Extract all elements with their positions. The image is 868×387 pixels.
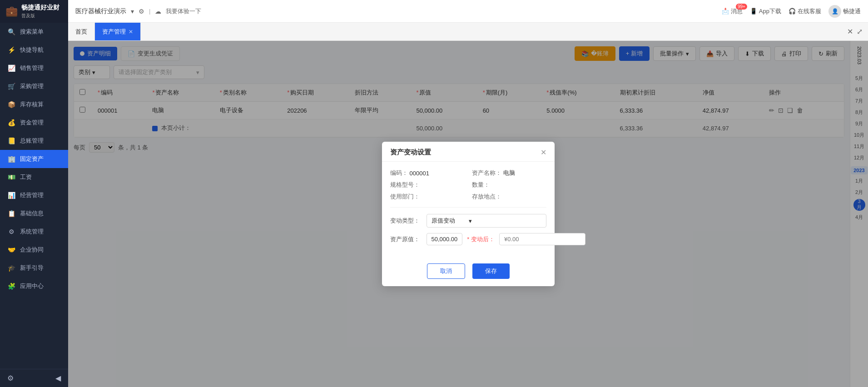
modal-change-type-value: 原值变动 — [432, 217, 455, 225]
sidebar-item-purchase[interactable]: 🛒 采购管理 — [0, 77, 68, 95]
app-icon: 🧩 — [7, 282, 15, 290]
modal-code-field: 编码： 000001 — [390, 169, 465, 177]
modal-location-field: 存放地点： — [472, 193, 546, 201]
modal-cancel-button[interactable]: 取消 — [427, 263, 465, 279]
company-name: 医疗器械行业演示 — [75, 7, 126, 15]
topbar-right: 📩 消息 99+ 📱 App下载 🎧 在线客服 👤 畅捷通 — [722, 5, 861, 18]
sidebar-item-fixed-assets[interactable]: 🏢 固定资产 — [0, 150, 68, 168]
sidebar-item-funds[interactable]: 💰 资金管理 — [0, 114, 68, 132]
sidebar-item-payroll[interactable]: 💵 工资 — [0, 168, 68, 186]
app-download-button[interactable]: 📱 App下载 — [750, 7, 781, 15]
sidebar-item-label: 库存核算 — [20, 100, 44, 109]
settings-gear-icon[interactable]: ⚙ — [139, 8, 144, 15]
online-service-button[interactable]: 🎧 在线客服 — [789, 7, 821, 15]
modal-code-value: 000001 — [410, 170, 429, 177]
collapse-icon[interactable]: ◀ — [55, 374, 61, 382]
sidebar-bottom: ⚙ ◀ — [0, 369, 68, 387]
tab-home[interactable]: 首页 — [68, 23, 95, 40]
modal-name-value: 电脑 — [503, 169, 515, 177]
collab-icon: 🤝 — [7, 246, 15, 254]
modal-dept-label: 使用部门： — [390, 193, 420, 201]
sidebar-item-label: 搜索菜单 — [20, 28, 44, 36]
tab-asset-management[interactable]: 资产管理 ✕ — [95, 23, 141, 40]
sidebar-item-label: 企业协同 — [20, 246, 44, 254]
main-area: 医疗器械行业演示 ▾ ⚙ | ☁ 我要体验一下 📩 消息 99+ 📱 App下载… — [68, 0, 868, 387]
tabbar-controls: ✕ ⤢ — [842, 27, 868, 36]
notification-button[interactable]: 📩 消息 99+ — [722, 7, 743, 15]
modal-after-label: * 变动后： — [467, 235, 495, 243]
modal-name-label: 资产名称： — [472, 169, 501, 177]
avatar: 👤 — [828, 5, 841, 18]
window-expand-icon[interactable]: ⤢ — [857, 27, 863, 36]
modal-save-button[interactable]: 保存 — [472, 263, 510, 279]
sidebar-item-ledger[interactable]: 📒 总账管理 — [0, 132, 68, 150]
system-icon: ⚙ — [7, 228, 15, 236]
chevron-down-icon: ▾ — [469, 218, 472, 224]
sidebar-item-collab[interactable]: 🤝 企业协同 — [0, 241, 68, 259]
cloud-icon: ☁ — [155, 8, 161, 15]
sidebar-item-label: 快捷导航 — [20, 46, 44, 54]
app-logo: 畅捷通好业财 — [21, 4, 60, 12]
building-icon: 🏢 — [7, 155, 15, 163]
modal-close-button[interactable]: ✕ — [541, 148, 546, 157]
info-icon: 📋 — [7, 209, 15, 218]
notification-badge: 99+ — [736, 4, 747, 10]
app-version: 普及版 — [21, 13, 60, 19]
modal-after-change-input[interactable] — [499, 233, 585, 245]
sidebar-item-label: 资金管理 — [20, 119, 44, 127]
sidebar: 💼 畅捷通好业财 普及版 🔍 搜索菜单 ⚡ 快捷导航 📈 销售管理 🛒 采购管理… — [0, 0, 68, 387]
modal-asset-value: 50,000.00 — [427, 233, 463, 245]
modal-body: 编码： 000001 资产名称： 电脑 规格型号： 数量： — [382, 162, 555, 258]
modal-value-row: 资产原值： 50,000.00 * 变动后： — [390, 233, 546, 245]
sidebar-item-app-center[interactable]: 🧩 应用中心 — [0, 277, 68, 295]
content-area: 资产明细 📄 变更生成凭证 📚 �账簿 + 新增 批量操作 ▾ — [68, 41, 868, 387]
logo-area: 💼 畅捷通好业财 普及版 — [0, 0, 68, 23]
ops-icon: 📊 — [7, 191, 15, 199]
modal-footer: 取消 保存 — [382, 258, 555, 286]
modal-info-grid: 编码： 000001 资产名称： 电脑 规格型号： 数量： — [390, 169, 546, 201]
modal-location-label: 存放地点： — [472, 193, 501, 201]
modal-title: 资产变动设置 — [390, 148, 431, 157]
tab-close-icon[interactable]: ✕ — [129, 29, 133, 35]
sidebar-item-operations[interactable]: 📊 经营管理 — [0, 186, 68, 204]
user-avatar-area[interactable]: 👤 畅捷通 — [828, 5, 861, 18]
topbar-left: 医疗器械行业演示 ▾ ⚙ | ☁ 我要体验一下 — [75, 7, 201, 15]
window-close-icon[interactable]: ✕ — [847, 27, 853, 36]
asset-change-modal: 资产变动设置 ✕ 编码： 000001 资产名称： 电脑 — [382, 142, 555, 286]
sidebar-item-label: 系统管理 — [20, 228, 44, 236]
sidebar-item-basic-info[interactable]: 📋 基础信息 — [0, 204, 68, 223]
bell-icon: 📩 — [722, 8, 729, 15]
modal-overlay: 资产变动设置 ✕ 编码： 000001 资产名称： 电脑 — [68, 41, 868, 387]
guide-icon: 🎓 — [7, 264, 15, 272]
money-icon: 💰 — [7, 119, 15, 127]
modal-code-label: 编码： — [390, 169, 408, 177]
experience-button[interactable]: 我要体验一下 — [166, 7, 201, 15]
settings-icon[interactable]: ⚙ — [7, 374, 14, 382]
modal-spec-field: 规格型号： — [390, 181, 465, 189]
ledger-icon: 📒 — [7, 137, 15, 145]
cart-icon: 🛒 — [7, 82, 15, 90]
sidebar-item-system[interactable]: ⚙ 系统管理 — [0, 223, 68, 241]
sidebar-item-label: 采购管理 — [20, 82, 44, 90]
service-icon: 🎧 — [789, 8, 796, 15]
modal-change-type-select[interactable]: 原值变动 ▾ — [427, 214, 546, 228]
tab-asset-label: 资产管理 — [102, 28, 126, 36]
tabbar: 首页 资产管理 ✕ ✕ ⤢ — [68, 23, 868, 41]
modal-qty-field: 数量： — [472, 181, 546, 189]
sidebar-scroll: 🔍 搜索菜单 ⚡ 快捷导航 📈 销售管理 🛒 采购管理 📦 库存核算 💰 资金管… — [0, 23, 68, 369]
dropdown-icon[interactable]: ▾ — [131, 8, 134, 15]
sidebar-item-label: 应用中心 — [20, 282, 44, 290]
sidebar-item-quick-nav[interactable]: ⚡ 快捷导航 — [0, 41, 68, 59]
modal-change-type-label: 变动类型： — [390, 217, 422, 225]
sidebar-item-label: 销售管理 — [20, 64, 44, 72]
sidebar-item-label: 基础信息 — [20, 209, 44, 218]
lightning-icon: ⚡ — [7, 46, 15, 54]
sidebar-item-sales[interactable]: 📈 销售管理 — [0, 59, 68, 77]
modal-spec-label: 规格型号： — [390, 181, 420, 189]
sidebar-item-inventory[interactable]: 📦 库存核算 — [0, 95, 68, 114]
sidebar-item-search[interactable]: 🔍 搜索菜单 — [0, 23, 68, 41]
sidebar-item-label: 经营管理 — [20, 191, 44, 199]
dollar-icon: 💵 — [7, 173, 15, 181]
sidebar-item-label: 工资 — [20, 173, 32, 181]
sidebar-item-guide[interactable]: 🎓 新手引导 — [0, 259, 68, 277]
